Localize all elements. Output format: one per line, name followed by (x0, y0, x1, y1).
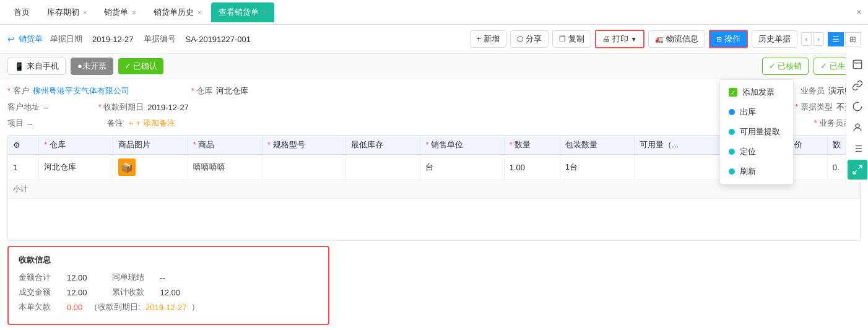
col-available: 可用量（... (635, 136, 721, 155)
payment-row-1: 金额合计 12.00 同单现结 -- (19, 272, 318, 283)
confirmed-label: ✓ 已确认 (124, 61, 158, 72)
from-phone-label: 来自手机 (27, 61, 59, 72)
plus-icon: ＋ (127, 118, 135, 129)
already-void-btn[interactable]: ✓ 已核销 (762, 58, 809, 75)
copy-icon: ❐ (559, 35, 566, 43)
cell-no: 1 (8, 155, 39, 180)
tab-inventory[interactable]: 库存期初 × (40, 2, 94, 22)
outbound-label: 出库 (740, 106, 756, 118)
refresh-label: 刷新 (740, 166, 756, 177)
cell-product-img: 📦 (113, 155, 188, 180)
operate-icon: ⊞ (716, 35, 722, 43)
logistics-button[interactable]: 🚛 物流信息 (648, 30, 705, 48)
sidebar-icon-link[interactable] (848, 76, 867, 95)
print-label: 打印 (612, 33, 628, 45)
tab-home[interactable]: 首页 (6, 2, 37, 22)
sales-order-icon: ↩ (7, 34, 15, 44)
cell-warehouse: 河北仓库 (39, 155, 113, 180)
no-value: SA-20191227-001 (186, 35, 251, 44)
col-spec: 规格型号 (262, 136, 345, 155)
tab-sales-history-close[interactable]: × (197, 9, 201, 16)
tab-inventory-close[interactable]: × (83, 9, 87, 16)
new-label: + 新增 (477, 33, 500, 45)
sidebar-icon-expand[interactable] (848, 160, 867, 180)
refresh-dot (729, 168, 735, 175)
history-button[interactable]: 历史单据 (752, 30, 797, 48)
from-phone-btn[interactable]: 📱 来自手机 (7, 58, 66, 75)
cell-quantity: 1.00 (504, 155, 560, 180)
tab-sales[interactable]: 销货单 × (97, 2, 143, 22)
tab-sales-close[interactable]: × (132, 9, 136, 16)
svg-rect-0 (853, 60, 862, 69)
cell-spec (262, 155, 345, 180)
print-dropdown-arrow: ▼ (631, 36, 637, 43)
phone-icon: 📱 (14, 62, 24, 71)
not-open-btn[interactable]: ●未开票 (71, 58, 113, 75)
dropdown-add-invoice[interactable]: ✓ 添加发票 (720, 82, 793, 102)
copy-button[interactable]: ❐ 复制 (552, 30, 591, 48)
address-field: 客户地址 -- (7, 102, 49, 113)
col-pack-qty: 包装数量 (560, 136, 634, 155)
print-icon: 🖨 (602, 35, 610, 43)
same-order-label: 同单现结 (112, 272, 155, 283)
grid-view-btn[interactable]: ⊞ (845, 32, 861, 46)
truck-icon: 🚛 (655, 35, 664, 43)
share-icon: ⬡ (517, 35, 523, 43)
box-icon: 📦 (121, 162, 133, 173)
share-button[interactable]: ⬡ 分享 (510, 30, 549, 48)
address-label: 客户地址 (7, 102, 40, 113)
operate-button[interactable]: ⊞ 操作 (709, 30, 748, 48)
payment-row-3: 本单欠款 0.00 （收款到期日: 2019-12-27 ） (19, 302, 318, 313)
dropdown-refresh[interactable]: 刷新 (720, 162, 793, 181)
dropdown-outbound[interactable]: 出库 (720, 102, 793, 122)
sidebar-icon-user[interactable] (848, 118, 867, 137)
customer-value[interactable]: 柳州粤港平安气体有限公司 (33, 85, 129, 97)
right-sidebar (846, 52, 868, 182)
operate-label: 操作 (724, 33, 740, 45)
list-view-btn[interactable]: ☰ (828, 32, 844, 46)
project-field: 项目 -- (7, 118, 33, 129)
doc-title: ↩ 销货单 (7, 33, 43, 45)
warehouse-label: 仓库 (191, 85, 213, 97)
new-button[interactable]: + 新增 (470, 30, 506, 48)
add-note-btn[interactable]: ＋ + 添加备注 (127, 118, 175, 129)
prev-arrow[interactable]: ‹ (801, 32, 812, 46)
employee-label: 业务员 (801, 85, 825, 97)
due-date-label: 收款到期日 (98, 102, 144, 113)
warehouse-value: 河北仓库 (216, 85, 248, 97)
available-qty-label: 可用量提取 (740, 126, 780, 137)
doc-meta: 单据日期 2019-12-27 单据编号 SA-20191227-001 (50, 33, 251, 45)
col-warehouse: 仓库 (39, 136, 113, 155)
doc-header: ↩ 销货单 单据日期 2019-12-27 单据编号 SA-20191227-0… (0, 25, 868, 54)
settings-icon[interactable]: ⚙ (13, 141, 20, 150)
second-toolbar: 📱 来自手机 ●未开票 ✓ 已确认 ✓ 已核销 ✓ 已生效 (0, 54, 868, 79)
sidebar-icon-doc[interactable] (848, 54, 867, 74)
warehouse-field: 仓库 河北仓库 (191, 85, 249, 97)
col-product: 商品 (188, 136, 262, 155)
voided-label: ✓ 已核销 (769, 61, 802, 72)
add-invoice-label: 添加发票 (742, 87, 775, 98)
sidebar-icon-rotate[interactable] (848, 97, 867, 116)
tab-home-label: 首页 (14, 7, 30, 18)
window-close-btn[interactable]: × (856, 7, 862, 18)
next-arrow[interactable]: › (813, 32, 824, 46)
dropdown-location[interactable]: 定位 (720, 142, 793, 162)
svg-line-10 (853, 171, 856, 174)
col-quantity: 数量 (504, 136, 560, 155)
no-label: 单据编号 (144, 33, 176, 45)
payment-title: 收款信息 (19, 254, 318, 266)
cumulative-label: 累计收款 (112, 287, 155, 298)
dropdown-available-qty[interactable]: 可用量提取 (720, 122, 793, 142)
tab-view-sales[interactable]: 查看销货单 × (211, 2, 274, 22)
arrears-value: 0.00 (67, 303, 82, 312)
note-label: 备注 (107, 118, 123, 129)
tab-sales-history[interactable]: 销货单历史 × (146, 2, 209, 22)
due-date-value: 2019-12-27 (147, 103, 189, 112)
svg-point-2 (856, 124, 859, 128)
print-button[interactable]: 🖨 打印 ▼ (595, 30, 644, 48)
sidebar-icon-list[interactable] (848, 139, 867, 158)
cell-product: 嘻嘻嘻嘻 (188, 155, 262, 180)
tab-view-sales-close[interactable]: × (263, 9, 266, 16)
total-label: 金额合计 (19, 272, 62, 283)
cell-available (635, 155, 721, 180)
